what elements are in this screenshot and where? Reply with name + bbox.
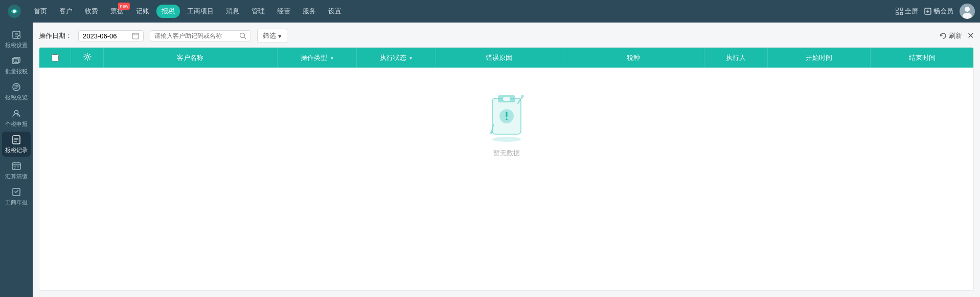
avatar[interactable]: [960, 4, 975, 19]
top-nav-right: 全屏 畅会员: [896, 4, 975, 19]
chevron-down-icon: ▾: [278, 32, 282, 40]
col-header-tax: 税种: [562, 48, 704, 68]
empty-illustration: [481, 88, 532, 144]
nav-item-manage[interactable]: 管理: [246, 5, 270, 18]
new-badge: new: [118, 3, 130, 10]
data-table: 客户名称 操作类型 ▾ 执行状态 ▾ 错误原因 税种 执行人: [39, 48, 973, 178]
svg-point-22: [492, 137, 521, 142]
svg-point-21: [86, 56, 88, 58]
svg-point-9: [963, 13, 972, 19]
svg-marker-31: [489, 132, 491, 134]
nav-item-tax[interactable]: 报税: [156, 5, 180, 18]
svg-point-8: [965, 7, 970, 12]
empty-text: 暂无数据: [493, 148, 520, 158]
empty-state: 暂无数据: [39, 68, 973, 178]
col-header-settings[interactable]: [71, 48, 103, 68]
svg-rect-28: [506, 112, 507, 117]
filter-button[interactable]: 筛选 ▾: [257, 29, 287, 43]
fullscreen-button[interactable]: 全屏: [896, 7, 918, 16]
svg-point-1: [13, 10, 16, 13]
table-container: 客户名称 操作类型 ▾ 执行状态 ▾ 错误原因 税种 执行人: [39, 47, 974, 291]
svg-rect-3: [900, 8, 903, 10]
refresh-icon: [940, 32, 947, 39]
col-status-label: 执行状态: [380, 54, 406, 61]
table-body: 暂无数据: [39, 68, 973, 178]
col-header-start: 开始时间: [768, 48, 871, 68]
table-header: 客户名称 操作类型 ▾ 执行状态 ▾ 错误原因 税种 执行人: [39, 48, 973, 68]
sidebar-item-tax-summary[interactable]: 报税总览: [2, 79, 31, 104]
sidebar-item-annual-report[interactable]: 工商年报: [2, 184, 31, 209]
sidebar-item-tax-record[interactable]: 报税记录: [2, 132, 31, 157]
top-navigation: 首页 客户 收费 票据 new 记账 报税 工商项目 消息 管理 经营 服务 设…: [0, 0, 980, 23]
sidebar-label-tax-settings: 报税设置: [5, 42, 28, 49]
svg-point-29: [506, 118, 508, 120]
nav-item-commerce[interactable]: 工商项目: [182, 5, 219, 18]
col-header-optype[interactable]: 操作类型 ▾: [278, 48, 357, 68]
sidebar-label-batch-tax: 批量报税: [5, 68, 28, 75]
nav-item-message[interactable]: 消息: [221, 5, 244, 18]
svg-point-33: [521, 95, 524, 98]
optype-filter-icon: ▾: [331, 55, 333, 61]
nav-item-settings[interactable]: 设置: [323, 5, 347, 18]
search-wrapper[interactable]: [150, 30, 251, 41]
sidebar-item-settlement[interactable]: 汇算清缴: [2, 158, 31, 183]
empty-state-row: 暂无数据: [39, 68, 973, 178]
nav-item-fee[interactable]: 收费: [80, 5, 103, 18]
sidebar-label-annual-report: 工商年报: [5, 199, 28, 206]
select-all-checkbox[interactable]: [52, 54, 59, 61]
svg-rect-5: [900, 12, 903, 15]
svg-rect-4: [896, 12, 898, 15]
calendar-icon: [132, 32, 139, 39]
sidebar-label-tax-record: 报税记录: [5, 147, 28, 154]
nav-item-service[interactable]: 服务: [298, 5, 321, 18]
date-input[interactable]: [83, 32, 129, 40]
member-button[interactable]: 畅会员: [924, 7, 953, 16]
filter-label: 筛选: [263, 31, 276, 40]
svg-rect-25: [503, 97, 510, 101]
app-logo[interactable]: [5, 2, 24, 20]
settings-icon: [83, 53, 92, 61]
main-layout: 报税设置 批量报税 报税总览 个税申报: [0, 23, 980, 297]
sidebar-item-tax-settings[interactable]: 报税设置: [2, 27, 31, 52]
col-header-end: 结束时间: [871, 48, 973, 68]
nav-item-operation[interactable]: 经营: [272, 5, 295, 18]
nav-item-invoice[interactable]: 票据 new: [105, 5, 129, 18]
main-panel: 操作日期： 筛选 ▾: [33, 23, 980, 297]
nav-items: 首页 客户 收费 票据 new 记账 报税 工商项目 消息 管理 经营 服务 设…: [29, 5, 896, 18]
empty-state-cell: 暂无数据: [39, 68, 973, 178]
svg-rect-19: [132, 33, 139, 39]
col-optype-label: 操作类型: [301, 54, 327, 61]
sidebar-item-personal-tax[interactable]: 个税申报: [2, 105, 31, 131]
sidebar-label-tax-summary: 报税总览: [5, 94, 28, 101]
fullscreen-label: 全屏: [905, 7, 918, 16]
sidebar-label-settlement: 汇算清缴: [5, 173, 28, 180]
sidebar-item-batch-tax[interactable]: 批量报税: [2, 53, 31, 78]
svg-rect-17: [12, 163, 20, 169]
nav-item-bookkeeping[interactable]: 记账: [131, 5, 154, 18]
toolbar: 操作日期： 筛选 ▾: [39, 29, 974, 43]
col-header-client: 客户名称: [103, 48, 277, 68]
sidebar: 报税设置 批量报税 报税总览 个税申报: [0, 23, 33, 297]
col-header-error: 错误原因: [436, 48, 562, 68]
search-icon: [239, 32, 246, 39]
col-header-checkbox: [39, 48, 71, 68]
col-header-executor: 执行人: [704, 48, 768, 68]
refresh-label: 刷新: [949, 31, 962, 40]
member-label: 畅会员: [933, 7, 953, 16]
nav-item-home[interactable]: 首页: [29, 5, 52, 18]
toolbar-right: 刷新 ✕: [940, 31, 974, 40]
refresh-button[interactable]: 刷新: [940, 31, 962, 40]
close-button[interactable]: ✕: [967, 32, 974, 40]
nav-item-customer[interactable]: 客户: [54, 5, 78, 18]
sidebar-label-personal-tax: 个税申报: [5, 121, 28, 128]
content-area: 操作日期： 筛选 ▾: [33, 23, 980, 297]
svg-rect-2: [896, 8, 898, 10]
date-input-wrapper[interactable]: [78, 30, 144, 42]
search-input[interactable]: [154, 32, 236, 39]
col-header-status[interactable]: 执行状态 ▾: [356, 48, 436, 68]
date-label: 操作日期：: [39, 31, 72, 40]
status-filter-icon: ▾: [409, 55, 412, 61]
